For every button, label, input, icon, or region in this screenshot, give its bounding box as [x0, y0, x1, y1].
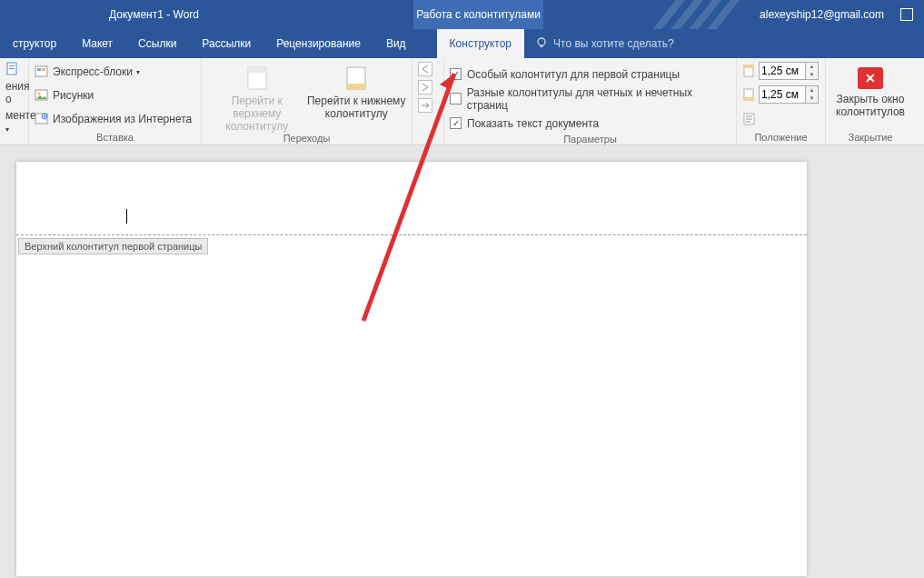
goto-footer-icon — [342, 64, 371, 93]
group-insert: Экспресс-блоки▾ Рисунки Изображения из И… — [29, 58, 202, 144]
ribbon-display-icon[interactable] — [900, 8, 913, 21]
text-cursor — [126, 209, 127, 224]
svg-rect-17 — [248, 67, 266, 73]
close-header-footer-button[interactable]: ✕ Закрыть окно колонтитулов — [836, 62, 905, 118]
goto-footer-button[interactable]: Перейти к нижнему колонтитулу — [307, 62, 407, 120]
different-first-page-checkbox[interactable]: ✓ Особый колонтитул для первой страницы — [450, 64, 730, 85]
group-navigation-label: Переходы — [202, 133, 412, 145]
insert-alignment-tab-button[interactable] — [742, 109, 819, 129]
title-bar: Документ1 - Word Работа с колонтитулами … — [0, 0, 924, 29]
svg-rect-11 — [42, 68, 45, 71]
group-options-label: Параметры — [444, 134, 736, 146]
svg-rect-23 — [744, 97, 753, 100]
alignment-tab-icon — [742, 112, 757, 126]
group-close: ✕ Закрыть окно колонтитулов Закрытие — [826, 58, 915, 144]
different-odd-even-checkbox[interactable]: Разные колонтитулы для четных и нечетных… — [450, 88, 730, 109]
svg-rect-8 — [9, 68, 15, 69]
spinner-buttons[interactable]: ▲▼ — [806, 85, 819, 104]
tell-me-placeholder: Что вы хотите сделать? — [553, 37, 674, 50]
online-pictures-icon — [35, 112, 49, 126]
document-workspace[interactable]: Верхний колонтитул первой страницы — [0, 145, 924, 578]
footer-from-bottom-input[interactable] — [759, 85, 806, 104]
tab-header-footer-design[interactable]: Конструктор — [437, 29, 524, 58]
group-nav-links — [412, 58, 443, 144]
header-from-top-spinner[interactable]: ▲▼ — [742, 62, 819, 80]
spinner-buttons[interactable]: ▲▼ — [806, 62, 819, 80]
tab-references[interactable]: Ссылки — [125, 29, 189, 58]
footer-from-bottom-spinner[interactable]: ▲▼ — [742, 85, 819, 104]
group-position: ▲▼ ▲▼ Положение — [737, 58, 826, 144]
tell-me-search[interactable]: Что вы хотите сделать? — [524, 36, 674, 52]
user-email[interactable]: alexeyship12@gmail.com — [760, 8, 884, 21]
ribbon-tabs: структор Макет Ссылки Рассылки Рецензиро… — [0, 29, 924, 58]
document-title: Документ1 - Word — [109, 8, 199, 21]
checkbox-unchecked-icon — [450, 93, 462, 105]
group-position-label: Положение — [737, 132, 825, 144]
next-section-button[interactable] — [418, 80, 432, 95]
close-icon: ✕ — [858, 67, 883, 89]
quick-parts-button[interactable]: Экспресс-блоки▾ — [35, 62, 192, 82]
online-pictures-button[interactable]: Изображения из Интернета — [35, 109, 192, 129]
svg-point-4 — [538, 38, 545, 45]
svg-rect-9 — [35, 66, 47, 76]
quick-parts-icon — [35, 65, 49, 79]
checkbox-checked-icon: ✓ — [450, 68, 462, 80]
header-from-top-input[interactable] — [759, 62, 806, 80]
tab-review[interactable]: Рецензирование — [263, 29, 373, 58]
tab-view[interactable]: Вид — [373, 29, 419, 58]
header-section-tag: Верхний колонтитул первой страницы — [18, 238, 208, 254]
show-document-text-checkbox[interactable]: ✓ Показать текст документа — [450, 113, 730, 134]
svg-point-13 — [38, 93, 41, 95]
document-info-icon — [5, 62, 20, 76]
footer-position-icon — [742, 87, 757, 102]
header-boundary-line — [16, 234, 807, 235]
pictures-button[interactable]: Рисунки — [35, 85, 192, 105]
group-docinfo-partial: ения о менте ▾ — [0, 58, 29, 144]
svg-rect-21 — [744, 65, 753, 68]
tab-designer-partial[interactable]: структор — [0, 29, 69, 58]
svg-rect-10 — [37, 68, 41, 71]
group-insert-label: Вставка — [29, 132, 201, 144]
svg-rect-7 — [9, 65, 15, 66]
goto-header-icon — [243, 64, 272, 93]
group-options: ✓ Особый колонтитул для первой страницы … — [443, 58, 737, 144]
previous-section-button[interactable] — [418, 62, 432, 76]
group-navigation: Перейти к верхнему колонтитулу Перейти к… — [202, 58, 412, 144]
contextual-tab-title: Работа с колонтитулами — [413, 0, 543, 29]
document-page[interactable]: Верхний колонтитул первой страницы — [16, 162, 807, 576]
tab-layout[interactable]: Макет — [69, 29, 125, 58]
svg-rect-19 — [347, 84, 365, 89]
ribbon: ения о менте ▾ Экспресс-блоки▾ Рисунки И… — [0, 58, 924, 145]
link-to-previous-button[interactable] — [418, 98, 432, 113]
lightbulb-icon — [535, 36, 548, 52]
header-position-icon — [742, 64, 757, 78]
goto-header-button: Перейти к верхнему колонтитулу — [207, 62, 307, 133]
group-close-label: Закрытие — [826, 132, 915, 144]
svg-rect-5 — [541, 45, 543, 47]
checkbox-checked-icon: ✓ — [450, 117, 462, 129]
tab-mailings[interactable]: Рассылки — [189, 29, 263, 58]
picture-icon — [35, 88, 49, 103]
